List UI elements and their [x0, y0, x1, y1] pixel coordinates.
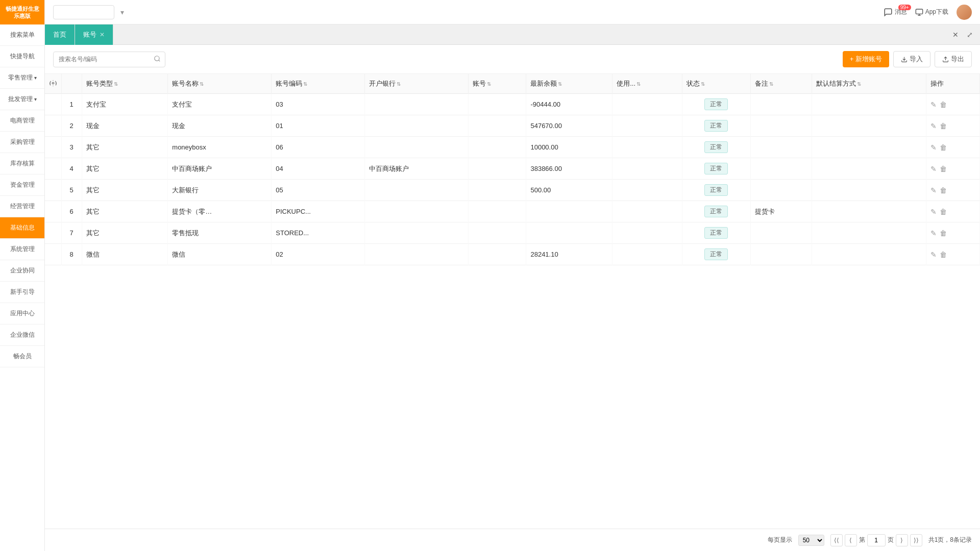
- sidebar-item-wholesale-mgmt[interactable]: 批发管理 ▾: [0, 89, 44, 110]
- app-download-button[interactable]: App下载: [915, 8, 948, 16]
- table-row: 6 其它 提货卡（零… PICKUPC... 正常 提货卡 ✎ 🗑: [45, 201, 980, 222]
- edit-icon[interactable]: ✎: [930, 186, 937, 194]
- sidebar-item-basic-info[interactable]: 基础信息: [0, 217, 44, 239]
- tab-account[interactable]: 账号 ✕: [75, 24, 113, 45]
- cell-name: 提货卡（零…: [168, 201, 272, 222]
- delete-icon[interactable]: 🗑: [940, 122, 947, 130]
- svg-point-1: [155, 56, 159, 60]
- sidebar-item-purchase-mgmt[interactable]: 采购管理: [0, 132, 44, 153]
- status-badge: 正常: [704, 163, 728, 174]
- cell-status: 正常: [682, 94, 751, 115]
- col-remark[interactable]: 备注 ⇅: [751, 74, 812, 94]
- message-button[interactable]: 消息 99+: [884, 8, 907, 17]
- edit-icon[interactable]: ✎: [930, 208, 937, 216]
- sort-icon: ⇅: [701, 81, 705, 87]
- sort-icon: ⇅: [303, 81, 307, 87]
- avatar[interactable]: [957, 5, 972, 20]
- sidebar-item-inventory-calc[interactable]: 库存核算: [0, 153, 44, 174]
- page-navigation: ⟨⟨ ⟨ 第 页 ⟩ ⟩⟩: [830, 534, 922, 546]
- delete-icon[interactable]: 🗑: [940, 208, 947, 216]
- sidebar-item-ecommerce-mgmt[interactable]: 电商管理: [0, 110, 44, 132]
- sidebar-item-search-menu[interactable]: 搜索菜单: [0, 24, 44, 46]
- sidebar-item-quick-nav[interactable]: 快捷导航: [0, 46, 44, 67]
- delete-icon[interactable]: 🗑: [940, 251, 947, 259]
- edit-icon[interactable]: ✎: [930, 143, 937, 152]
- sidebar-item-corp-agreement[interactable]: 企业协同: [0, 260, 44, 282]
- page-number-input[interactable]: [867, 534, 886, 546]
- col-balance[interactable]: 最新余额 ⇅: [526, 74, 612, 94]
- total-records: 共1页，8条记录: [928, 536, 972, 544]
- edit-icon[interactable]: ✎: [930, 122, 937, 130]
- add-account-button[interactable]: + 新增账号: [843, 51, 889, 67]
- import-button[interactable]: 导入: [893, 51, 930, 67]
- search-input[interactable]: [54, 53, 150, 66]
- toolbar-right: + 新增账号 导入 导出: [843, 51, 972, 67]
- col-account[interactable]: 账号 ⇅: [469, 74, 526, 94]
- cell-index: 3: [61, 137, 82, 158]
- delete-icon[interactable]: 🗑: [940, 101, 947, 109]
- cell-name: 中百商场账户: [168, 158, 272, 180]
- delete-icon[interactable]: 🗑: [940, 143, 947, 152]
- delete-icon[interactable]: 🗑: [940, 165, 947, 173]
- col-default-settle[interactable]: 默认结算方式 ⇅: [812, 74, 926, 94]
- search-button[interactable]: [150, 52, 165, 67]
- col-bank[interactable]: 开户银行 ⇅: [365, 74, 469, 94]
- cell-usage: [612, 158, 682, 180]
- search-box: [53, 52, 165, 67]
- delete-icon[interactable]: 🗑: [940, 186, 947, 194]
- next-page-button[interactable]: ⟩: [896, 534, 908, 546]
- sidebar-item-funds-mgmt[interactable]: 资金管理: [0, 174, 44, 196]
- header-left: ▾: [53, 5, 124, 19]
- main-area: ▾ 消息 99+ App下载 首页 账号 ✕ ✕ ⤢: [45, 0, 980, 551]
- header-search-input[interactable]: [53, 5, 114, 19]
- sidebar-item-vip-member[interactable]: 畅会员: [0, 346, 44, 367]
- sidebar-item-retail-mgmt[interactable]: 零售管理 ▾: [0, 67, 44, 89]
- cell-usage: [612, 222, 682, 244]
- col-status[interactable]: 状态 ⇅: [682, 74, 751, 94]
- cell-balance: 500.00: [526, 180, 612, 201]
- prev-page-button[interactable]: ⟨: [845, 534, 857, 546]
- cell-status: 正常: [682, 201, 751, 222]
- status-badge: 正常: [704, 120, 728, 132]
- sidebar-item-newbie-guide[interactable]: 新手引导: [0, 282, 44, 303]
- sidebar: 畅捷通好生意乐惠版 搜索菜单 快捷导航 零售管理 ▾ 批发管理 ▾ 电商管理 采…: [0, 0, 45, 551]
- cell-remark: 提货卡: [751, 201, 812, 222]
- table-row: 7 其它 零售抵现 STORED... 正常 ✎ 🗑: [45, 222, 980, 244]
- tab-home[interactable]: 首页: [45, 24, 75, 45]
- cell-account: [469, 137, 526, 158]
- edit-icon[interactable]: ✎: [930, 229, 937, 237]
- sidebar-item-label: 库存核算: [10, 160, 35, 167]
- cell-bank: [365, 244, 469, 265]
- close-icon[interactable]: ✕: [100, 31, 105, 38]
- edit-icon[interactable]: ✎: [930, 251, 937, 259]
- cell-action: ✎ 🗑: [926, 94, 980, 115]
- tab-close-all-button[interactable]: ✕: [949, 29, 962, 41]
- svg-point-4: [52, 82, 54, 84]
- first-page-button[interactable]: ⟨⟨: [830, 534, 843, 546]
- sidebar-item-app-center[interactable]: 应用中心: [0, 303, 44, 324]
- sidebar-item-ops-mgmt[interactable]: 经营管理: [0, 196, 44, 217]
- delete-icon[interactable]: 🗑: [940, 229, 947, 237]
- sidebar-item-corp-wechat[interactable]: 企业微信: [0, 324, 44, 346]
- per-page-select[interactable]: 50 20 100: [798, 535, 824, 546]
- last-page-button[interactable]: ⟩⟩: [910, 534, 922, 546]
- sort-icon: ⇅: [114, 81, 118, 87]
- col-settings[interactable]: [45, 74, 61, 94]
- cell-name: 零售抵现: [168, 222, 272, 244]
- col-name[interactable]: 账号名称 ⇅: [168, 74, 272, 94]
- sidebar-item-sys-mgmt[interactable]: 系统管理: [0, 239, 44, 260]
- import-icon: [901, 56, 908, 63]
- settings-icon: [50, 80, 57, 87]
- tab-maximize-button[interactable]: ⤢: [964, 29, 976, 41]
- cell-account: [469, 201, 526, 222]
- cell-name: 现金: [168, 115, 272, 137]
- content-area: + 新增账号 导入 导出: [45, 45, 980, 551]
- export-button[interactable]: 导出: [935, 51, 972, 67]
- cell-remark: [751, 94, 812, 115]
- col-type[interactable]: 账号类型 ⇅: [82, 74, 168, 94]
- col-usage[interactable]: 使用... ⇅: [612, 74, 682, 94]
- edit-icon[interactable]: ✎: [930, 165, 937, 173]
- cell-code: STORED...: [272, 222, 365, 244]
- edit-icon[interactable]: ✎: [930, 101, 937, 109]
- col-code[interactable]: 账号编码 ⇅: [272, 74, 365, 94]
